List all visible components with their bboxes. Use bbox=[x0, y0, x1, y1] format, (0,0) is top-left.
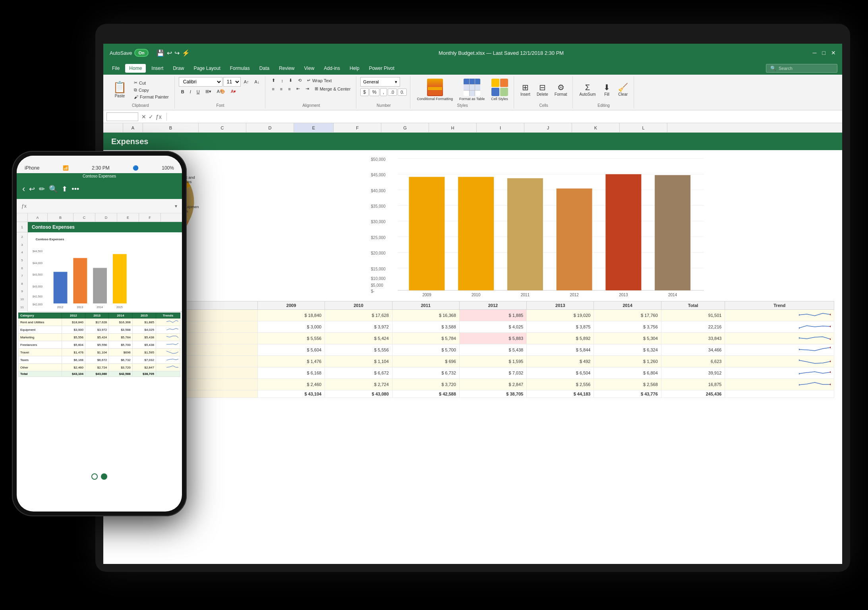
insert-function-icon[interactable]: ƒx bbox=[156, 114, 162, 120]
clear-button[interactable]: 🧹 Clear bbox=[616, 82, 630, 98]
format-as-table-button[interactable]: Format as Table bbox=[457, 77, 487, 102]
phone-back-button[interactable]: ‹ bbox=[22, 184, 25, 194]
menu-review[interactable]: Review bbox=[275, 64, 298, 73]
menu-file[interactable]: File bbox=[108, 64, 124, 73]
percent-button[interactable]: % bbox=[369, 88, 379, 96]
format-painter-button[interactable]: 🖌 Format Painter bbox=[131, 94, 171, 100]
handle-left[interactable] bbox=[91, 473, 98, 480]
menu-view[interactable]: View bbox=[300, 64, 319, 73]
align-middle-button[interactable]: ↕ bbox=[278, 77, 286, 84]
decrease-font-button[interactable]: A↓ bbox=[252, 79, 262, 85]
search-box[interactable]: 🔍 Search bbox=[766, 64, 837, 73]
paint-brush-icon: 🖌 bbox=[134, 95, 138, 99]
maximize-btn[interactable]: □ bbox=[822, 50, 825, 56]
minimize-btn[interactable]: ─ bbox=[813, 50, 817, 56]
copy-button[interactable]: ⧉ Copy bbox=[131, 87, 171, 93]
align-bottom-button[interactable]: ⬇ bbox=[286, 77, 295, 84]
merge-center-button[interactable]: ⊞ Merge & Center bbox=[312, 85, 353, 92]
formula-input[interactable] bbox=[172, 113, 839, 120]
fill-color-button[interactable]: A🎨 bbox=[215, 88, 228, 95]
menu-insert[interactable]: Insert bbox=[147, 64, 167, 73]
borders-button[interactable]: ⊞▾ bbox=[203, 88, 214, 95]
cell-styles-button[interactable]: Cell Styles bbox=[489, 77, 510, 102]
align-center-button[interactable]: ≡ bbox=[278, 86, 285, 92]
fill-button[interactable]: ⬇ Fill bbox=[600, 82, 614, 98]
font-name-selector[interactable]: Calibri bbox=[179, 77, 222, 87]
svg-text:2012: 2012 bbox=[57, 306, 64, 309]
increase-indent-button[interactable]: ⇥ bbox=[303, 85, 311, 92]
phone-col-e: E bbox=[117, 213, 139, 222]
save-icon[interactable]: 💾 bbox=[157, 49, 164, 57]
svg-point-41 bbox=[799, 373, 800, 374]
decrease-indent-button[interactable]: ⇤ bbox=[294, 85, 302, 92]
phone-pencil-icon[interactable]: ✏ bbox=[39, 185, 45, 193]
italic-button[interactable]: I bbox=[188, 89, 193, 95]
phone-dropdown-icon[interactable]: ▾ bbox=[175, 203, 177, 209]
underline-button[interactable]: U bbox=[194, 89, 202, 95]
format-cells-button[interactable]: ⚙ Format bbox=[552, 82, 570, 98]
fill-icon: ⬇ bbox=[603, 83, 610, 91]
name-box[interactable] bbox=[106, 112, 138, 121]
col-header-2013: 2013 bbox=[527, 301, 594, 310]
align-right-button[interactable]: ≡ bbox=[286, 86, 293, 92]
align-left-button[interactable]: ≡ bbox=[269, 86, 276, 92]
quick-access-icon[interactable]: ⚡ bbox=[182, 49, 190, 57]
enter-formula-icon[interactable]: ✓ bbox=[149, 114, 153, 120]
phone-sheet-handles bbox=[91, 473, 107, 480]
close-btn[interactable]: ✕ bbox=[831, 50, 836, 56]
wrap-text-button[interactable]: ↵ Wrap Text bbox=[305, 77, 334, 84]
phone-carrier: iPhone bbox=[25, 165, 39, 171]
text-direction-button[interactable]: ⟲ bbox=[296, 77, 304, 84]
paste-button[interactable]: 📋 Paste bbox=[110, 79, 130, 100]
table-row: Marketing $ 5,556$ 5,424 $ 5,784$ 5,883 … bbox=[112, 333, 834, 344]
decrease-decimal-button[interactable]: 0. bbox=[398, 89, 407, 96]
undo-icon[interactable]: ↩ bbox=[167, 49, 172, 57]
cancel-formula-icon[interactable]: ✕ bbox=[141, 114, 146, 120]
phone-col-2014: 2014 bbox=[109, 313, 132, 319]
insert-icon: ⊞ bbox=[522, 83, 529, 91]
redo-icon[interactable]: ↪ bbox=[174, 49, 180, 57]
phone-search-icon[interactable]: 🔍 bbox=[49, 185, 58, 193]
menu-formulas[interactable]: Formulas bbox=[226, 64, 254, 73]
delete-cells-button[interactable]: ⊟ Delete bbox=[534, 82, 551, 98]
increase-decimal-button[interactable]: .0 bbox=[388, 89, 397, 96]
comma-button[interactable]: , bbox=[380, 88, 387, 96]
menu-page-layout[interactable]: Page Layout bbox=[189, 64, 224, 73]
handle-right[interactable] bbox=[101, 473, 107, 480]
font-color-button[interactable]: A▾ bbox=[228, 88, 238, 95]
delete-icon: ⊟ bbox=[539, 83, 546, 91]
menu-home[interactable]: Home bbox=[125, 64, 146, 73]
clipboard-label: Clipboard bbox=[132, 102, 149, 108]
sigma-icon: Σ bbox=[585, 83, 590, 91]
svg-text:$45,000: $45,000 bbox=[371, 173, 386, 177]
format-cells-icon: ⚙ bbox=[557, 83, 564, 91]
svg-text:$50,000: $50,000 bbox=[371, 157, 386, 162]
autosave-toggle[interactable]: On bbox=[134, 49, 148, 57]
bold-button[interactable]: B bbox=[179, 89, 187, 95]
menu-help[interactable]: Help bbox=[346, 64, 363, 73]
menu-draw[interactable]: Draw bbox=[169, 64, 188, 73]
number-format-selector[interactable]: General ▾ bbox=[360, 77, 400, 87]
menu-add-ins[interactable]: Add-ins bbox=[320, 64, 344, 73]
menu-power-pivot[interactable]: Power Pivot bbox=[365, 64, 398, 73]
autosum-button[interactable]: Σ AutoSum bbox=[577, 82, 598, 98]
increase-font-button[interactable]: A↑ bbox=[242, 79, 251, 85]
tablet-frame: AutoSave On 💾 ↩ ↪ ⚡ Monthly Budget.xlsx … bbox=[95, 24, 850, 572]
menu-data[interactable]: Data bbox=[255, 64, 273, 73]
clipboard-group: 📋 Paste ✂ Cut ⧉ Copy 🖌 bbox=[106, 76, 175, 108]
cut-button[interactable]: ✂ Cut bbox=[131, 79, 171, 86]
align-top-button[interactable]: ⬆ bbox=[269, 77, 278, 84]
font-size-selector[interactable]: 11 bbox=[223, 77, 241, 87]
currency-button[interactable]: $ bbox=[360, 88, 369, 96]
conditional-formatting-button[interactable]: Conditional Formatting bbox=[414, 77, 455, 102]
phone-time: 2:30 PM bbox=[92, 165, 110, 171]
phone-col-2013: 2013 bbox=[85, 313, 109, 319]
svg-text:2015: 2015 bbox=[116, 306, 123, 309]
phone-table-row: Equipment $3,000$3,972 $3,588$4,025 bbox=[19, 326, 180, 334]
insert-cells-button[interactable]: ⊞ Insert bbox=[518, 82, 533, 98]
phone-bar-2013 bbox=[73, 258, 87, 303]
phone-share-icon[interactable]: ⬆ bbox=[62, 185, 68, 193]
phone-more-icon[interactable]: ••• bbox=[72, 185, 79, 193]
phone-undo-icon[interactable]: ↩ bbox=[29, 185, 35, 193]
phone-chart-area: Contoso Expenses $44,500 $44,000 $43,500… bbox=[28, 232, 182, 312]
